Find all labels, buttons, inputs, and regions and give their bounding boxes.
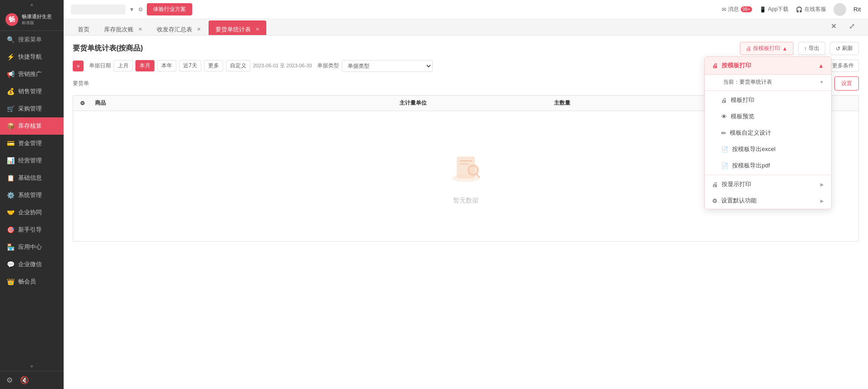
logo-title: 畅康通好生意: [22, 13, 52, 20]
doc-type-select[interactable]: 单据类型: [342, 60, 433, 72]
dropdown-item-export-pdf[interactable]: 📄 按模板导出pdf: [705, 157, 831, 174]
inventory-icon: 📦: [6, 122, 15, 130]
page-controls: ✕ ⤢: [824, 17, 861, 35]
avatar[interactable]: [833, 3, 846, 16]
table-col-unit: 主计量单位: [396, 99, 550, 107]
dropdown-item-set-default[interactable]: ⚙ 设置默认功能 ▶: [705, 192, 831, 209]
tab-order-stats-label: 要货单统计表: [215, 25, 251, 34]
sidebar: ▲ 畅 畅康通好生意 标准版 🔍 搜索菜单 ⚡ 快捷导航 📢 营销推广 💰 销售…: [0, 0, 64, 389]
date-range-display: 2023-06-01 至 2023-06-30: [253, 62, 312, 69]
template-print-label: 按模板打印: [753, 45, 780, 52]
tab-receipt-summary-close[interactable]: ✕: [197, 26, 201, 32]
dropdown-item-template-design[interactable]: ✏ 模板自定义设计: [705, 125, 831, 141]
app-download-group[interactable]: 📱 App下载: [759, 5, 788, 13]
operations-icon: 📊: [6, 157, 15, 164]
sidebar-item-finance[interactable]: 💳 资金管理: [0, 135, 64, 152]
online-service-group[interactable]: 🎧 在线客服: [796, 5, 826, 13]
tabbar: 首页 库存批次账 ✕ 收发存汇总表 ✕ 要货单统计表 ✕ ✕ ⤢: [64, 19, 868, 35]
sales-icon: 💰: [6, 88, 15, 95]
sidebar-item-purchase[interactable]: 🛒 采购管理: [0, 100, 64, 117]
shortcut-icon: ⚡: [6, 53, 15, 61]
sidebar-item-marketing[interactable]: 📢 营销推广: [0, 66, 64, 83]
item-template-design-label: 模板自定义设计: [730, 129, 771, 137]
dropdown-item-template-preview[interactable]: 👁 模板预览: [705, 108, 831, 125]
refresh-icon: ↺: [836, 45, 840, 52]
sidebar-scroll-down[interactable]: ▼: [0, 362, 64, 371]
dropdown-arrow-icon[interactable]: ▼: [129, 6, 135, 13]
refresh-btn[interactable]: ↺ 刷新: [830, 42, 859, 55]
dropdown-item-export-excel[interactable]: 📄 按模板导出excel: [705, 141, 831, 157]
tab-inventory-batch[interactable]: 库存批次账 ✕: [97, 20, 149, 35]
order-status-label: 要货单: [73, 80, 89, 87]
expand-arrow-btn[interactable]: »: [73, 61, 84, 71]
template-print-dropdown: 🖨 按模板打印 ▲ 当前：要货单统计表 ▼ 🖨 模板打印: [704, 56, 832, 209]
tab-receipt-summary[interactable]: 收发存汇总表 ✕: [150, 20, 208, 35]
sidebar-label-collab: 企业协同: [18, 208, 42, 217]
date-btn-more[interactable]: 更多: [204, 60, 223, 71]
chevron-up-icon: ▲: [782, 45, 788, 52]
sidebar-item-basic[interactable]: 📋 基础信息: [0, 169, 64, 187]
tab-order-stats-close[interactable]: ✕: [255, 26, 259, 32]
date-btn-custom[interactable]: 自定义: [226, 60, 250, 71]
system-icon: ⚙️: [6, 192, 15, 199]
empty-text: 暂无数据: [453, 197, 479, 205]
tab-inventory-batch-label: 库存批次账: [104, 25, 134, 34]
sidebar-item-shortcut[interactable]: ⚡ 快捷导航: [0, 48, 64, 66]
sidebar-item-appstore[interactable]: 🏪 应用中心: [0, 238, 64, 256]
settings-btn[interactable]: 设置: [834, 76, 859, 91]
sidebar-label-weixin: 企业微信: [18, 260, 42, 268]
sidebar-item-collab[interactable]: 🤝 企业协同: [0, 204, 64, 221]
sidebar-item-system[interactable]: ⚙️ 系统管理: [0, 187, 64, 204]
tab-inventory-batch-close[interactable]: ✕: [138, 26, 142, 32]
doc-type-label: 单据类型: [317, 62, 339, 70]
dropdown-printer-icon: 🖨: [712, 62, 718, 69]
date-btn-last-month[interactable]: 上月: [114, 60, 133, 71]
dropdown-current-label: 当前：要货单统计表: [723, 78, 772, 86]
search-icon: 🔍: [6, 36, 15, 43]
settings-icon[interactable]: ⚙: [6, 376, 13, 384]
table-col-check[interactable]: ⚙: [73, 100, 91, 106]
tab-home[interactable]: 首页: [71, 20, 96, 35]
sidebar-scroll-up[interactable]: ▲: [0, 0, 64, 9]
date-btn-this-month[interactable]: 本月: [135, 60, 155, 71]
gear-icon[interactable]: ⚙: [138, 6, 143, 13]
dropdown-header: 🖨 按模板打印 ▲: [705, 57, 831, 75]
trial-btn[interactable]: 体验行业方案: [147, 3, 192, 15]
dropdown-current-chevron: ▼: [819, 80, 824, 85]
sidebar-label-sales: 销售管理: [18, 87, 42, 96]
display-print-chevron: ▶: [820, 182, 824, 187]
dropdown-item-template-print[interactable]: 🖨 模板打印: [705, 92, 831, 108]
sidebar-item-member[interactable]: 👑 畅会员: [0, 273, 64, 290]
logo-badge: 标准版: [22, 20, 52, 26]
tab-order-stats[interactable]: 要货单统计表 ✕: [209, 20, 266, 35]
dropdown-collapse-icon[interactable]: ▲: [818, 62, 824, 69]
sidebar-item-newbie[interactable]: 🎯 新手引导: [0, 221, 64, 238]
breadcrumb-search[interactable]: [71, 5, 125, 15]
export-label: 导出: [808, 45, 819, 52]
collab-icon: 🤝: [6, 209, 15, 216]
close-page-btn[interactable]: ✕: [824, 17, 843, 35]
mute-icon[interactable]: 🔇: [20, 376, 29, 384]
dropdown-current[interactable]: 当前：要货单统计表 ▼: [705, 75, 831, 90]
template-print-btn[interactable]: 🖨 按模板打印 ▲: [740, 42, 793, 55]
weixin-icon: 💬: [6, 261, 15, 268]
date-btn-7days[interactable]: 近7天: [179, 60, 201, 71]
sidebar-item-weixin[interactable]: 💬 企业微信: [0, 256, 64, 273]
dropdown-item-display-print[interactable]: 🖨 按显示打印 ▶: [705, 176, 831, 192]
message-badge: 99+: [741, 6, 752, 12]
sidebar-item-operations[interactable]: 📊 经营管理: [0, 152, 64, 169]
date-btn-this-year[interactable]: 本年: [157, 60, 176, 71]
resize-page-btn[interactable]: ⤢: [843, 17, 861, 35]
table-col-qty: 主数量: [550, 99, 704, 107]
export-btn[interactable]: ↑ 导出: [798, 42, 825, 55]
export-icon: ↑: [804, 45, 807, 52]
headset-icon: 🎧: [796, 6, 803, 13]
sidebar-item-sales[interactable]: 💰 销售管理: [0, 83, 64, 100]
table-col-product: 商品: [91, 99, 396, 107]
svg-rect-3: [459, 163, 469, 165]
message-group[interactable]: ✉ 消息 99+: [722, 5, 752, 13]
item-template-preview-label: 模板预览: [731, 112, 754, 121]
sidebar-item-search[interactable]: 🔍 搜索菜单: [0, 31, 64, 48]
sidebar-item-inventory[interactable]: 📦 库存核算: [0, 117, 64, 135]
sidebar-label-newbie: 新手引导: [18, 226, 42, 234]
